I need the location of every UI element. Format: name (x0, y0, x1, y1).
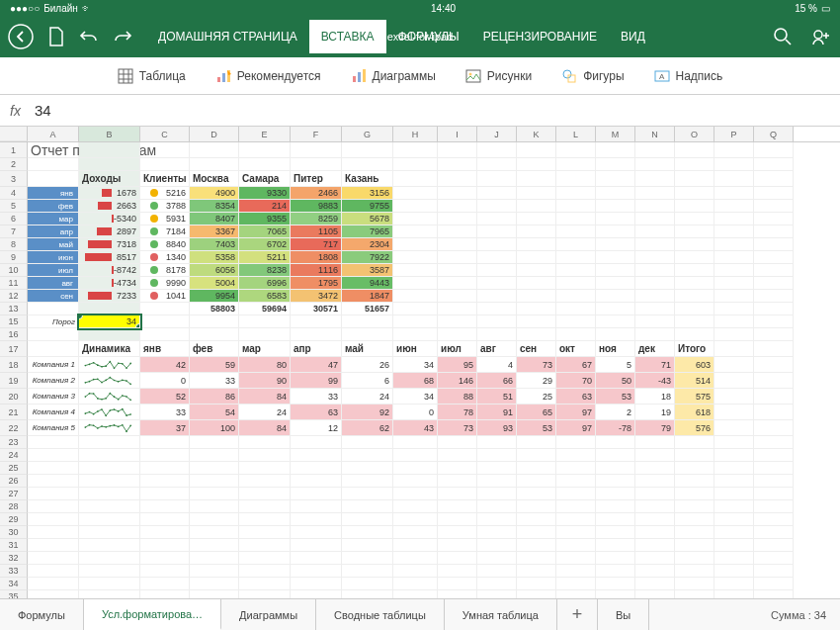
spreadsheet-grid[interactable]: ABCDEFGHIJKLMNOPQ 1Отчет по продажам23До… (0, 127, 840, 630)
data-cell[interactable]: 97 (556, 405, 596, 420)
month-header[interactable]: окт (556, 341, 596, 357)
data-cell[interactable]: 42 (140, 357, 190, 373)
row-header-28[interactable]: 28 (0, 500, 28, 513)
data-cell[interactable]: 19 (635, 405, 675, 420)
data-cell[interactable]: 33 (190, 373, 239, 389)
col-header-M[interactable]: M (596, 127, 635, 141)
piter-cell[interactable]: 3472 (291, 290, 342, 303)
data-cell[interactable]: 43 (393, 420, 438, 436)
row-total[interactable]: 576 (675, 420, 714, 436)
header-cell[interactable] (477, 171, 517, 187)
piter-cell[interactable]: 1808 (291, 251, 342, 264)
month-header[interactable]: фев (190, 341, 239, 357)
data-cell[interactable]: 88 (438, 389, 477, 405)
sparkline-cell[interactable] (79, 405, 140, 420)
header-cell[interactable]: Москва (190, 171, 239, 187)
clients-cell[interactable]: 3788 (140, 200, 190, 213)
data-cell[interactable]: 97 (556, 420, 596, 436)
data-cell[interactable]: 80 (239, 357, 291, 373)
kazan-cell[interactable]: 5678 (342, 213, 393, 225)
month-header[interactable]: июн (393, 341, 438, 357)
data-cell[interactable]: -43 (635, 373, 675, 389)
income-cell[interactable]: -8742 (79, 264, 140, 277)
header-cell[interactable] (517, 171, 556, 187)
data-cell[interactable]: 79 (635, 420, 675, 436)
row-header-7[interactable]: 7 (0, 225, 28, 238)
kazan-cell[interactable]: 9755 (342, 200, 393, 213)
month-header[interactable]: май (342, 341, 393, 357)
row-header-15[interactable]: 15 (0, 315, 28, 328)
sheet-add-button[interactable]: + (557, 599, 597, 630)
data-cell[interactable]: 34 (393, 357, 438, 373)
data-cell[interactable]: 90 (239, 373, 291, 389)
data-cell[interactable]: 47 (291, 357, 342, 373)
col-header-A[interactable]: A (28, 127, 79, 141)
data-cell[interactable]: 53 (596, 389, 635, 405)
samara-cell[interactable]: 6702 (239, 238, 291, 251)
clients-cell[interactable]: 7184 (140, 225, 190, 238)
samara-cell[interactable]: 8238 (239, 264, 291, 277)
clients-cell[interactable]: 1041 (140, 290, 190, 303)
undo-button[interactable] (79, 29, 99, 45)
data-cell[interactable]: 52 (140, 389, 190, 405)
income-cell[interactable]: 7233 (79, 290, 140, 303)
header-cell[interactable] (675, 171, 714, 187)
sparkline-cell[interactable] (79, 373, 140, 389)
kazan-cell[interactable]: 7965 (342, 225, 393, 238)
row-total[interactable]: 603 (675, 357, 714, 373)
row-total[interactable]: 514 (675, 373, 714, 389)
income-cell[interactable]: 2897 (79, 225, 140, 238)
data-cell[interactable]: 53 (517, 420, 556, 436)
data-cell[interactable]: 5 (596, 357, 635, 373)
col-header-P[interactable]: P (714, 127, 754, 141)
threshold-label[interactable]: Порог (28, 315, 79, 328)
row-header-18[interactable]: 18 (0, 357, 28, 373)
income-cell[interactable]: 2663 (79, 200, 140, 213)
data-cell[interactable]: 34 (393, 389, 438, 405)
piter-cell[interactable]: 1116 (291, 264, 342, 277)
ribbon-textbox[interactable]: A Надпись (654, 68, 723, 84)
sheet-tab-6[interactable]: Вы (597, 599, 649, 630)
data-cell[interactable]: 70 (556, 373, 596, 389)
moscow-cell[interactable]: 9954 (190, 290, 239, 303)
row-header-2[interactable]: 2 (0, 158, 28, 171)
moscow-cell[interactable]: 7403 (190, 238, 239, 251)
data-cell[interactable]: 78 (438, 405, 477, 420)
clients-cell[interactable]: 1340 (140, 251, 190, 264)
row-header-8[interactable]: 8 (0, 238, 28, 251)
sheet-tab-4[interactable]: Сводные таблицы (316, 599, 445, 630)
active-cell[interactable]: 34 (79, 315, 140, 328)
clients-cell[interactable]: 5216 (140, 187, 190, 200)
row-header-17[interactable]: 17 (0, 341, 28, 357)
data-cell[interactable]: 54 (190, 405, 239, 420)
data-cell[interactable]: 24 (239, 405, 291, 420)
ribbon-shapes[interactable]: Фигуры (561, 68, 624, 84)
company-label[interactable]: Компания 2 (28, 373, 79, 389)
header-cell[interactable] (438, 171, 477, 187)
data-cell[interactable]: 12 (291, 420, 342, 436)
data-cell[interactable]: 51 (477, 389, 517, 405)
data-cell[interactable]: 4 (477, 357, 517, 373)
kazan-cell[interactable]: 7922 (342, 251, 393, 264)
clients-cell[interactable]: 8178 (140, 264, 190, 277)
header-cell[interactable] (754, 171, 794, 187)
header-cell[interactable]: Питер (291, 171, 342, 187)
data-cell[interactable]: 99 (291, 373, 342, 389)
data-cell[interactable]: 71 (635, 357, 675, 373)
moscow-cell[interactable]: 3367 (190, 225, 239, 238)
header-cell[interactable]: Доходы (79, 171, 140, 187)
row-header-21[interactable]: 21 (0, 405, 28, 420)
data-cell[interactable]: 50 (596, 373, 635, 389)
data-cell[interactable]: 86 (190, 389, 239, 405)
month-header[interactable]: апр (291, 341, 342, 357)
data-cell[interactable]: 73 (517, 357, 556, 373)
ribbon-table[interactable]: Таблица (118, 68, 186, 84)
row-header-16[interactable]: 16 (0, 328, 28, 341)
row-header-32[interactable]: 32 (0, 552, 28, 565)
ribbon-pictures[interactable]: Рисунки (465, 68, 532, 84)
data-cell[interactable]: 37 (140, 420, 190, 436)
back-button[interactable] (8, 24, 34, 49)
data-cell[interactable]: 146 (438, 373, 477, 389)
tab-insert[interactable]: ВСТАВКА (309, 20, 386, 53)
tab-view[interactable]: ВИД (609, 20, 657, 53)
